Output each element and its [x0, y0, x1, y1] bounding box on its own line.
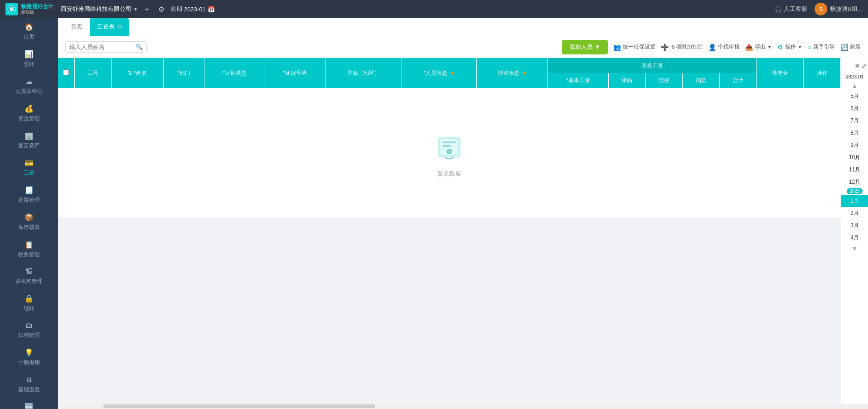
month-5[interactable]: 5月: [841, 90, 868, 102]
month-6[interactable]: 6月: [841, 102, 868, 115]
header-actions: ＋ ⚙: [141, 4, 167, 15]
settings-icon[interactable]: ⚙: [156, 4, 167, 15]
operate-chevron: ▼: [798, 44, 802, 49]
sidebar-item-wage[interactable]: 💳 工资: [0, 154, 58, 181]
main-layout: 🏠 首页 📊 总账 ☁ 云报表中心 💰 资金管理 🏢 固定资产 💳 工资 🧾 发…: [0, 18, 868, 409]
guide-button[interactable]: ○ 新手引导: [808, 43, 835, 51]
sidebar-item-expense[interactable]: 💡 小畅报销: [0, 344, 58, 371]
sidebar-item-settings[interactable]: ⚙ 基础设置: [0, 371, 58, 398]
status-filter-icon[interactable]: ▼: [450, 70, 455, 76]
refresh-label: 刷新: [850, 43, 861, 51]
operate-button[interactable]: ⚙ 操作 ▼: [777, 43, 802, 51]
th-dept: *部门: [163, 58, 204, 88]
sidebar-item-label: 库存核算: [18, 224, 40, 231]
add-button[interactable]: ＋: [141, 4, 152, 15]
tab-close-icon[interactable]: ✕: [117, 24, 121, 29]
ai-service-label: 人工客服: [784, 5, 807, 13]
month-11[interactable]: 11月: [841, 164, 868, 176]
tax-report-label: 个税申报: [718, 43, 740, 51]
close-period-icon: 🔒: [24, 294, 34, 303]
export-label: 导出: [755, 43, 766, 51]
refresh-button[interactable]: 🔃 刷新: [840, 43, 861, 51]
cloud-icon: ☁: [25, 77, 33, 86]
window-controls: ✕ ⤢: [841, 60, 868, 72]
guide-label: 新手引导: [813, 43, 835, 51]
sidebar-item-tax[interactable]: 📋 税务管理: [0, 236, 58, 263]
inventory-icon: 📦: [24, 213, 34, 222]
svg-rect-4: [442, 141, 456, 143]
sidebar-item-fund[interactable]: 💰 资金管理: [0, 100, 58, 127]
export-chevron: ▼: [767, 44, 772, 49]
tax-report-icon: 👤: [708, 44, 716, 51]
add-person-button[interactable]: 添加人员 ▼: [562, 40, 608, 54]
app-name: 畅捷通好会计: [21, 3, 53, 10]
th-report-status: 报送状态 ▼: [477, 58, 548, 88]
logo-icon: 畅: [5, 3, 18, 15]
month-3[interactable]: 3月: [841, 219, 868, 232]
settings2-icon: ⚙: [26, 375, 32, 384]
guide2-icon: ○: [808, 44, 811, 51]
app-logo: 畅 畅捷通好会计 旗舰版: [5, 3, 53, 15]
tab-home[interactable]: 首页: [63, 18, 90, 36]
wage-icon: 💳: [24, 159, 34, 167]
sidebar-item-home[interactable]: 🏠 首页: [0, 18, 58, 45]
th-idno: *证据号码: [265, 58, 325, 88]
tax-report-button[interactable]: 👤 个税申报: [708, 43, 740, 51]
month-8[interactable]: 8月: [841, 127, 868, 139]
social-setting-button[interactable]: 👥 统一社保设置: [613, 43, 655, 51]
sidebar-item-invoice[interactable]: 🧾 发票管理: [0, 181, 58, 209]
operate-icon: ⚙: [777, 44, 783, 51]
scrollbar-thumb: [103, 404, 375, 408]
sidebar-item-close[interactable]: 🔒 结账: [0, 290, 58, 317]
header-right: 🎧 人工客服 B 畅捷通B组...: [775, 3, 863, 15]
period-value: 2023-01: [184, 6, 206, 13]
sidebar-item-label: 归档管理: [18, 331, 40, 339]
sidebar-item-label: 云报表中心: [15, 88, 43, 95]
sidebar-item-ledger[interactable]: 📊 总账: [0, 45, 58, 73]
sidebar-item-fixed[interactable]: 🏢 固定资产: [0, 127, 58, 154]
expense-icon: 💡: [24, 348, 34, 357]
ai-service-button[interactable]: 🎧 人工客服: [775, 5, 807, 13]
month-7[interactable]: 7月: [841, 115, 868, 127]
th-total: 合计: [719, 73, 756, 88]
table-scrollbar[interactable]: [58, 404, 868, 409]
refresh-icon: 🔃: [840, 44, 848, 51]
month-2[interactable]: 2月: [841, 207, 868, 219]
company-selector[interactable]: 西安虾米网络科技有限公司 ▼: [61, 5, 138, 13]
select-all-checkbox[interactable]: [63, 69, 69, 75]
scroll-down-button[interactable]: ▼: [851, 244, 859, 253]
month-1-active[interactable]: 1月: [841, 195, 868, 207]
special-deduct-button[interactable]: ➕ 专项附加扣除: [661, 43, 703, 51]
sidebar-item-multi[interactable]: 🏗 多机构管理: [0, 263, 58, 290]
content-area: 首页 工资表 ✕ 🔍 添加人员 ▼ 👥 统一社保设置 ➕: [58, 18, 868, 409]
sidebar-item-report[interactable]: ☁ 云报表中心: [0, 73, 58, 100]
headset-icon: 🎧: [775, 6, 782, 13]
tab-wage[interactable]: 工资表 ✕: [90, 18, 129, 36]
th-idtype: *证据类型: [204, 58, 265, 88]
operate-label: 操作: [785, 43, 796, 51]
sidebar-item-guide[interactable]: 🆕 新手引导: [0, 398, 58, 409]
invoice-icon: 🧾: [24, 186, 34, 195]
tab-wage-label: 工资表: [97, 23, 115, 31]
user-profile[interactable]: B 畅捷通B组...: [815, 3, 863, 15]
sidebar-item-label: 税务管理: [18, 251, 40, 258]
th-wage-group: 应发工资: [548, 58, 757, 73]
month-12[interactable]: 12月: [841, 176, 868, 188]
month-9[interactable]: 9月: [841, 139, 868, 151]
export-button[interactable]: 📤 导出 ▼: [745, 43, 772, 51]
close-panel-button[interactable]: ✕: [854, 62, 860, 70]
scroll-up-button[interactable]: ▲: [851, 81, 859, 90]
th-checkbox[interactable]: [58, 58, 74, 88]
search-input[interactable]: [69, 44, 133, 50]
sidebar-item-archive[interactable]: 🗂 归档管理: [0, 317, 58, 344]
month-10[interactable]: 10月: [841, 151, 868, 164]
sidebar-item-label: 首页: [24, 33, 34, 41]
th-subsidy: 津贴: [608, 73, 645, 88]
calendar-icon[interactable]: 📅: [208, 6, 215, 13]
month-4[interactable]: 4月: [841, 232, 868, 244]
sidebar-item-inventory[interactable]: 📦 库存核算: [0, 209, 58, 236]
maximize-panel-button[interactable]: ⤢: [861, 62, 867, 70]
table-wrap[interactable]: 工号 ⇅ *姓名 *部门 *证据类型 *证据号码 国籍（地区） *人员状态 ▼: [58, 58, 841, 404]
special-icon: ➕: [661, 44, 669, 51]
report-filter-icon[interactable]: ▼: [522, 70, 527, 76]
